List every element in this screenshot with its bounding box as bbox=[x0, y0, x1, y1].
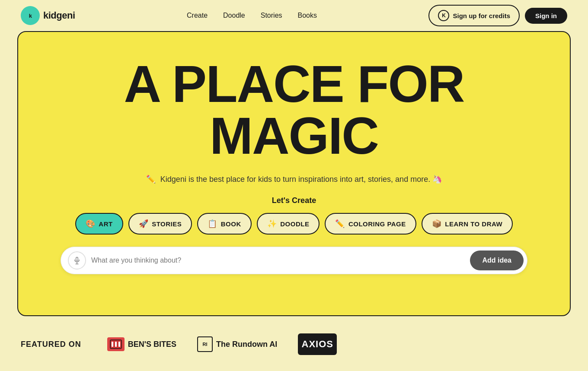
svg-rect-0 bbox=[76, 257, 78, 261]
nav-link-doodle[interactable]: Doodle bbox=[223, 12, 245, 19]
lets-create-label: Let's Create bbox=[272, 196, 316, 205]
nav-links: Create Doodle Stories Books bbox=[187, 12, 317, 19]
nav-actions: K Sign up for credits Sign in bbox=[428, 5, 567, 26]
add-idea-button[interactable]: Add idea bbox=[470, 251, 524, 270]
tab-learn-label: LEARN TO DRAW bbox=[445, 220, 502, 228]
axios-text: AXIOS bbox=[302, 339, 333, 350]
tab-art[interactable]: 🎨 ART bbox=[75, 213, 123, 235]
bens-bites-text: BEN'S BITES bbox=[128, 340, 176, 349]
svg-rect-4 bbox=[112, 342, 113, 347]
tab-coloring-page[interactable]: ✏️ COLORING PAGE bbox=[325, 213, 416, 235]
tab-stories-label: STORIES bbox=[152, 220, 182, 228]
hero-title-line2: MAGIC bbox=[210, 107, 378, 165]
book-icon: 📋 bbox=[208, 219, 217, 228]
rundown-icon: RI bbox=[197, 336, 213, 352]
search-bar: Add idea bbox=[61, 247, 527, 274]
nav-link-books[interactable]: Books bbox=[298, 12, 317, 19]
category-tabs: 🎨 ART 🚀 STORIES 📋 BOOK ✨ DOODLE ✏️ COLOR… bbox=[75, 213, 513, 235]
navbar: k kidgeni Create Doodle Stories Books K … bbox=[0, 0, 588, 31]
search-input[interactable] bbox=[91, 257, 470, 264]
svg-rect-6 bbox=[118, 342, 120, 347]
svg-rect-5 bbox=[115, 342, 117, 347]
hero-card: A PLACE FOR MAGIC ✏️ Kidgeni is the best… bbox=[17, 31, 571, 316]
logo[interactable]: k kidgeni bbox=[21, 6, 75, 25]
hero-title: A PLACE FOR MAGIC bbox=[124, 58, 464, 162]
signin-button[interactable]: Sign in bbox=[525, 8, 567, 24]
nav-link-create[interactable]: Create bbox=[187, 12, 208, 19]
pencil-icon: ✏️ bbox=[146, 175, 156, 184]
bens-bites-logo: BEN'S BITES bbox=[107, 337, 176, 351]
mic-icon bbox=[73, 257, 81, 264]
hero-title-line1: A PLACE FOR bbox=[124, 55, 464, 113]
nav-link-stories[interactable]: Stories bbox=[261, 12, 282, 19]
axios-logo: AXIOS bbox=[298, 333, 337, 355]
bens-bites-icon bbox=[107, 337, 125, 351]
signup-credits-button[interactable]: K Sign up for credits bbox=[428, 5, 520, 26]
logo-circle: k bbox=[21, 6, 40, 25]
learn-icon: 📦 bbox=[432, 219, 442, 228]
tab-coloring-label: COLORING PAGE bbox=[348, 220, 406, 228]
logo-initial: k bbox=[29, 13, 32, 19]
logo-text: kidgeni bbox=[43, 10, 75, 21]
rundown-ai-logo: RI The Rundown AI bbox=[197, 336, 277, 352]
featured-label: Featured On bbox=[21, 340, 81, 349]
tab-learn-to-draw[interactable]: 📦 LEARN TO DRAW bbox=[422, 213, 513, 235]
tab-doodle[interactable]: ✨ DOODLE bbox=[257, 213, 320, 235]
tab-doodle-label: DOODLE bbox=[280, 220, 309, 228]
rundown-ai-text: The Rundown AI bbox=[216, 340, 277, 349]
doodle-icon: ✨ bbox=[267, 219, 277, 228]
k-badge-icon: K bbox=[438, 10, 449, 21]
tab-book-label: BOOK bbox=[221, 220, 241, 228]
tab-art-label: ART bbox=[99, 220, 112, 228]
mic-button[interactable] bbox=[68, 251, 86, 270]
tab-stories[interactable]: 🚀 STORIES bbox=[128, 213, 192, 235]
featured-logos: BEN'S BITES RI The Rundown AI AXIOS bbox=[107, 333, 337, 355]
hero-subtitle-text: Kidgeni is the best place for kids to tu… bbox=[160, 175, 442, 184]
art-icon: 🎨 bbox=[86, 219, 96, 228]
coloring-icon: ✏️ bbox=[335, 219, 345, 228]
hero-subtitle: ✏️ Kidgeni is the best place for kids to… bbox=[146, 174, 442, 184]
credits-label: Sign up for credits bbox=[453, 12, 510, 19]
featured-section: Featured On BEN'S BITES RI The Rundown A… bbox=[0, 316, 588, 364]
tab-book[interactable]: 📋 BOOK bbox=[197, 213, 252, 235]
stories-icon: 🚀 bbox=[139, 219, 149, 228]
